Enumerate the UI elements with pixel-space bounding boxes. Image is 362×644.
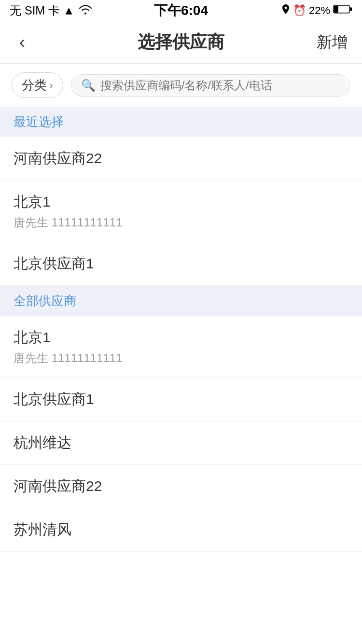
list-item[interactable]: 北京1唐先生 11111111111	[0, 181, 362, 242]
category-filter-button[interactable]: 分类 ›	[12, 72, 63, 98]
list-item[interactable]: 北京1唐先生 11111111111	[0, 316, 362, 378]
status-bar: 无 SIM 卡 ▲ 下午6:04 ⏰ 22%	[0, 0, 362, 21]
recent-section-header: 最近选择	[0, 107, 362, 137]
list-item[interactable]: 苏州清风	[0, 508, 362, 552]
search-box: 🔍	[71, 74, 350, 97]
item-sub: 唐先生 11111111111	[14, 215, 348, 230]
status-left: 无 SIM 卡 ▲	[10, 3, 93, 18]
back-button[interactable]: ‹	[14, 28, 30, 57]
svg-rect-1	[334, 6, 338, 13]
filter-bar: 分类 › 🔍	[0, 64, 362, 107]
item-name: 杭州维达	[14, 433, 348, 453]
item-name: 北京1	[14, 328, 348, 348]
item-name: 北京供应商1	[14, 390, 348, 409]
nav-bar: ‹ 选择供应商 新增	[0, 21, 362, 64]
list-item[interactable]: 河南供应商22	[0, 137, 362, 181]
category-label: 分类	[22, 77, 47, 94]
item-name: 苏州清风	[14, 520, 348, 540]
location-icon	[281, 4, 290, 17]
item-name: 河南供应商22	[14, 149, 348, 168]
alarm-icon: ⏰	[293, 4, 306, 17]
list-item[interactable]: 河南供应商22	[0, 465, 362, 508]
chevron-right-icon: ›	[50, 80, 53, 91]
item-name: 北京供应商1	[14, 254, 348, 274]
wifi-icon	[78, 4, 93, 17]
status-right: ⏰ 22%	[281, 4, 352, 17]
recent-section-label: 最近选择	[14, 114, 64, 129]
all-section-header: 全部供应商	[0, 286, 362, 316]
all-items-list: 北京1唐先生 11111111111北京供应商1杭州维达河南供应商22苏州清风	[0, 316, 362, 552]
svg-rect-2	[350, 7, 352, 11]
list-item[interactable]: 北京供应商1	[0, 242, 362, 286]
search-icon: 🔍	[81, 79, 96, 92]
search-input[interactable]	[100, 79, 340, 92]
add-button[interactable]: 新增	[317, 32, 348, 53]
item-name: 北京1	[14, 192, 348, 212]
item-sub: 唐先生 11111111111	[14, 350, 348, 366]
list-item[interactable]: 北京供应商1	[0, 378, 362, 421]
status-time: 下午6:04	[154, 1, 208, 20]
recent-items-list: 河南供应商22北京1唐先生 11111111111北京供应商1	[0, 137, 362, 286]
list-item[interactable]: 杭州维达	[0, 421, 362, 465]
page-title: 选择供应商	[138, 30, 224, 54]
item-name: 河南供应商22	[14, 476, 348, 496]
all-section-label: 全部供应商	[14, 294, 76, 308]
battery-label: 22%	[309, 4, 330, 17]
battery-icon	[333, 4, 352, 17]
no-sim-label: 无 SIM 卡 ▲	[10, 3, 74, 18]
